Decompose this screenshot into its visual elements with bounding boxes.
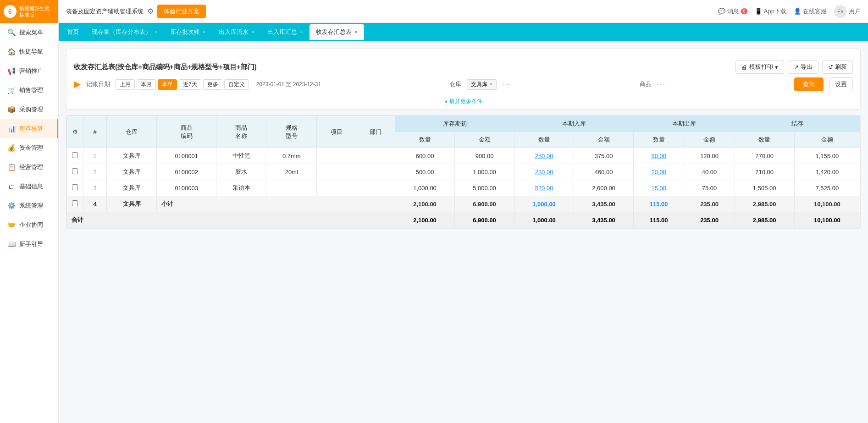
goods-label: 商品: [640, 80, 652, 88]
row-index: 2: [83, 164, 107, 180]
app-download-action[interactable]: 📱 App下载: [755, 7, 786, 16]
row-in-qty[interactable]: 250.00: [514, 148, 574, 164]
col-code-header: 商品编码: [157, 116, 216, 148]
tab-close-batch_ledger[interactable]: ×: [203, 29, 206, 35]
row-checkbox[interactable]: [67, 148, 83, 164]
export-button[interactable]: ↗ 导出: [788, 60, 818, 74]
sidebar-item-sales[interactable]: 🛒销售管理: [0, 81, 58, 100]
subtotal-out-qty[interactable]: 115.00: [634, 196, 684, 212]
sales-icon: 🛒: [7, 86, 16, 94]
sidebar-item-marketing[interactable]: 📢营销推广: [0, 61, 58, 81]
warehouse-tag-close[interactable]: ×: [489, 81, 492, 88]
sidebar-item-inventory[interactable]: 📊库存核算: [0, 119, 58, 138]
row-in-qty[interactable]: 230.00: [514, 164, 574, 180]
row-out-qty[interactable]: 20.00: [634, 164, 684, 180]
row-bal-qty: 1,505.00: [735, 180, 794, 196]
tab-recv_send_summary[interactable]: 收发存汇总表×: [310, 24, 364, 40]
tab-label-inventory_dist: 现存量（库存分布表）: [92, 28, 151, 36]
trial-button[interactable]: 体验行业方案: [157, 5, 206, 18]
sidebar-item-search[interactable]: 🔍搜索菜单: [0, 23, 58, 42]
sidebar-item-quick_nav[interactable]: 🏠快捷导航: [0, 42, 58, 61]
expand-conditions-button[interactable]: ▾ 展开更多条件: [445, 98, 482, 105]
tab-in_out_flow[interactable]: 出入库流水×: [212, 24, 261, 40]
sidebar-item-finance[interactable]: 💰资金管理: [0, 138, 58, 158]
date-btn-custom[interactable]: 自定义: [224, 79, 249, 90]
tab-close-inventory_dist[interactable]: ×: [154, 29, 157, 35]
row-index: 1: [83, 148, 107, 164]
header-left: 装备及固定资产辅助管理系统 ⚙ 体验行业方案: [66, 5, 206, 18]
sidebar-label-basic_info: 基础信息: [19, 182, 43, 191]
row-in-qty[interactable]: 520.00: [514, 180, 574, 196]
row-checkbox[interactable]: [67, 180, 83, 196]
row-select[interactable]: [72, 168, 78, 174]
filter-expand-arrow[interactable]: ▶: [74, 78, 81, 89]
system-settings-icon[interactable]: ⚙: [147, 7, 154, 16]
message-action[interactable]: 💬 消息 6: [718, 7, 747, 16]
date-btn-7days[interactable]: 近7天: [179, 79, 201, 90]
sidebar-item-enterprise[interactable]: 🤝企业协同: [0, 215, 58, 235]
message-badge: 6: [741, 8, 747, 14]
date-btn-this-year[interactable]: 本年: [158, 79, 177, 90]
row-out-qty[interactable]: 15.00: [634, 180, 684, 196]
online-service-action[interactable]: 👤 在线客服: [794, 7, 827, 16]
total-bal-qty: 2,985.00: [735, 212, 794, 228]
inventory-icon: 📊: [7, 125, 16, 133]
total-open-amt: 6,900.00: [455, 212, 514, 228]
tab-inventory_dist[interactable]: 现存量（库存分布表）×: [85, 24, 164, 40]
total-label: 合计: [67, 212, 395, 228]
user-action[interactable]: Ea 用户: [834, 5, 861, 18]
warehouse-dots[interactable]: ···: [502, 80, 511, 88]
subtotal-in-amt: 3,435.00: [574, 196, 634, 212]
finance-icon: 💰: [7, 144, 16, 152]
app-icon: 📱: [755, 8, 762, 15]
settings-button[interactable]: 设置: [829, 77, 853, 91]
print-button[interactable]: 🖨 模板打印 ▾: [735, 60, 784, 74]
sidebar-label-quick_nav: 快捷导航: [19, 48, 43, 56]
tab-in_out_summary[interactable]: 出入库汇总×: [261, 24, 310, 40]
date-btn-last-month[interactable]: 上月: [116, 79, 135, 90]
subtotal-select[interactable]: [72, 200, 78, 206]
sidebar-label-sales: 销售管理: [19, 86, 43, 94]
tab-close-in_out_flow[interactable]: ×: [251, 29, 254, 35]
date-btn-this-month[interactable]: 本月: [137, 79, 156, 90]
row-open-amt: 5,000.00: [455, 180, 514, 196]
settings-label: 设置: [835, 80, 847, 88]
print-icon: 🖨: [741, 64, 747, 71]
refresh-button[interactable]: ↺ 刷新: [822, 60, 853, 74]
tab-home[interactable]: 首页: [61, 24, 85, 40]
row-bal-qty: 710.00: [735, 164, 794, 180]
col-opening-qty: 数量: [395, 132, 455, 148]
sidebar-item-basic_info[interactable]: 🗂基础信息: [0, 177, 58, 196]
subtotal-open-qty: 2,100.00: [395, 196, 455, 212]
row-spec: [266, 180, 317, 196]
row-open-amt: 900.00: [455, 148, 514, 164]
tab-close-in_out_summary[interactable]: ×: [300, 29, 303, 35]
subtotal-in-qty[interactable]: 1,000.00: [514, 196, 574, 212]
sidebar-item-operations[interactable]: 📋经营管理: [0, 158, 58, 177]
goods-dots[interactable]: ···: [657, 80, 666, 88]
sidebar-item-system[interactable]: ⚙️系统管理: [0, 196, 58, 215]
tab-close-recv_send_summary[interactable]: ×: [354, 29, 358, 35]
row-checkbox[interactable]: [67, 164, 83, 180]
sidebar-item-purchase[interactable]: 📦采购管理: [0, 100, 58, 119]
purchase-icon: 📦: [7, 105, 16, 114]
row-select[interactable]: [72, 152, 78, 158]
total-row: 合计 2,100.00 6,900.00 1,000.00 3,435.00 1…: [67, 212, 860, 228]
sidebar-item-guide[interactable]: 📖新手引导: [0, 235, 58, 254]
row-select[interactable]: [72, 184, 78, 190]
col-in-amt: 金额: [574, 132, 634, 148]
warehouse-tag-value: 文具库: [471, 81, 487, 88]
subtotal-checkbox[interactable]: [67, 196, 83, 212]
total-out-qty: 115.00: [634, 212, 684, 228]
date-btn-more[interactable]: 更多: [203, 79, 222, 90]
tab-batch_ledger[interactable]: 库存批次账×: [164, 24, 212, 40]
row-out-qty[interactable]: 80.00: [634, 148, 684, 164]
col-settings[interactable]: ⚙: [67, 116, 83, 148]
query-button[interactable]: 查询: [794, 77, 824, 91]
tab-label-home: 首页: [67, 28, 79, 36]
col-group-in: 本期入库: [514, 116, 634, 132]
row-project: [317, 164, 356, 180]
row-in-amt: 375.00: [574, 148, 634, 164]
page-content: 收发存汇总表(按仓库+商品编码+商品+规格型号+项目+部门) 🖨 模板打印 ▾ …: [59, 41, 868, 423]
sidebar-label-operations: 经营管理: [19, 163, 43, 171]
